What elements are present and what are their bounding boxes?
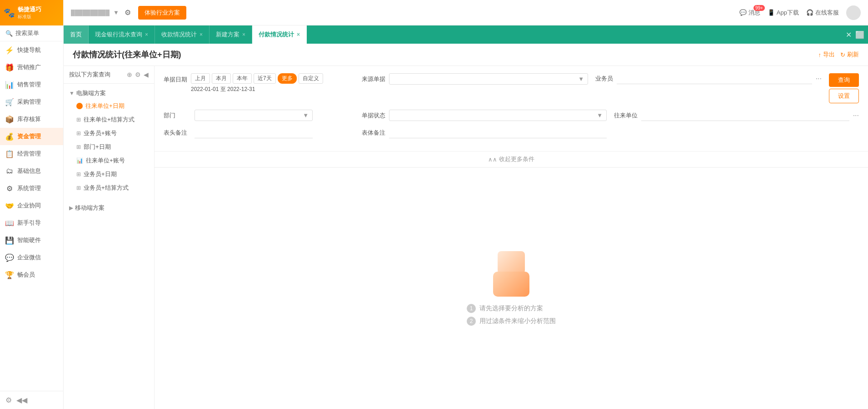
sidebar-item-purchase[interactable]: 🛒 采购管理 bbox=[0, 93, 63, 111]
nav-label: 快捷导航 bbox=[17, 46, 41, 54]
source-select[interactable]: ▼ bbox=[389, 73, 588, 85]
collapse-label: 收起更多条件 bbox=[499, 155, 534, 163]
date-btn-current-year[interactable]: 本年 bbox=[233, 73, 252, 84]
capital-label: 资金管理 bbox=[17, 132, 41, 141]
setting-button[interactable]: 设置 bbox=[829, 89, 859, 103]
partner-input[interactable] bbox=[641, 110, 849, 121]
tab-payment[interactable]: 付款情况统计 × bbox=[252, 25, 307, 44]
scheme-item-staff-settle[interactable]: ⊞ 业务员+结算方式 bbox=[64, 181, 154, 195]
scheme-item-staff-account-label: 业务员+账号 bbox=[84, 129, 117, 137]
message-icon: 💬 bbox=[739, 9, 747, 16]
sidebar-item-marketing[interactable]: 🎁 营销推广 bbox=[0, 59, 63, 76]
tab-collection-close[interactable]: × bbox=[200, 31, 203, 38]
tab-payment-close[interactable]: × bbox=[297, 31, 300, 38]
main-area: ██████████ ▼ ⚙ 体验行业方案 💬 消息 99+ 📱 App下载 🎧… bbox=[64, 0, 868, 409]
staff-input[interactable] bbox=[617, 73, 812, 84]
date-buttons-row: 上月 本月 本年 近7天 更多 自定义 bbox=[191, 73, 323, 84]
sidebar-footer: ⚙ ◀◀ bbox=[0, 391, 63, 409]
staff-dots-button[interactable]: ··· bbox=[816, 75, 822, 83]
dept-select[interactable]: ▼ bbox=[195, 110, 313, 121]
settings-footer-icon[interactable]: ⚙ bbox=[5, 396, 12, 404]
scheme-active-icon bbox=[76, 103, 83, 109]
message-button[interactable]: 💬 消息 99+ bbox=[739, 9, 760, 17]
mobile-scheme-section: ▶ 移动端方案 bbox=[64, 198, 154, 217]
sidebar-item-hardware[interactable]: 💾 智能硬件 bbox=[0, 232, 63, 249]
body-note-input[interactable] bbox=[389, 127, 607, 138]
search-label: 搜索菜单 bbox=[15, 29, 39, 37]
mobile-section-header[interactable]: ▶ 移动端方案 bbox=[64, 202, 154, 214]
service-button[interactable]: 🎧 在线客服 bbox=[806, 9, 839, 17]
tab-new-plan-label: 新建方案 bbox=[216, 30, 239, 39]
sidebar-item-wechat[interactable]: 💬 企业微信 bbox=[0, 249, 63, 266]
hardware-label: 智能硬件 bbox=[17, 236, 41, 244]
app-logo-icon: 🐾 bbox=[4, 7, 15, 18]
collapse-sidebar-icon[interactable]: ◀◀ bbox=[16, 396, 27, 404]
close-all-tabs-icon[interactable]: ✕ bbox=[846, 30, 852, 39]
empty-state: 1 请先选择要分析的方案 2 用过滤条件来缩小分析范围 bbox=[155, 168, 868, 409]
enterprise-label: 企业协同 bbox=[17, 202, 41, 210]
sidebar-item-member[interactable]: 🏆 畅会员 bbox=[0, 266, 63, 283]
topbar-dropdown-icon[interactable]: ▼ bbox=[113, 9, 119, 16]
sidebar-item-operations[interactable]: 📋 经营管理 bbox=[0, 145, 63, 162]
date-btn-last-month[interactable]: 上月 bbox=[191, 73, 210, 84]
date-btn-current-month[interactable]: 本月 bbox=[212, 73, 231, 84]
query-button[interactable]: 查询 bbox=[829, 73, 859, 87]
header-note-input[interactable] bbox=[195, 127, 313, 138]
tab-collection[interactable]: 收款情况统计 × bbox=[155, 25, 210, 44]
sidebar-item-sales[interactable]: 📊 销售管理 bbox=[0, 76, 63, 93]
purchase-icon: 🛒 bbox=[5, 98, 14, 106]
dept-filter-group: 部门 ▼ bbox=[164, 110, 354, 121]
scheme-item-staff-account[interactable]: ⊞ 业务员+账号 bbox=[64, 126, 154, 140]
operations-icon: 📋 bbox=[5, 150, 14, 158]
sidebar-item-inventory[interactable]: 📦 库存核算 bbox=[0, 111, 63, 128]
maximize-icon[interactable]: ⬜ bbox=[855, 30, 864, 39]
chart-icon-1: 📊 bbox=[76, 157, 83, 164]
scheme-item-staff-date[interactable]: ⊞ 业务员+日期 bbox=[64, 167, 154, 181]
filter-form: 单据日期 上月 本月 本年 近7天 更多 自定义 bbox=[155, 66, 868, 149]
scheme-item-unit-settle[interactable]: ⊞ 往来单位+结算方式 bbox=[64, 113, 154, 126]
scheme-item-dept-date[interactable]: ⊞ 部门+日期 bbox=[64, 140, 154, 154]
partner-dots-button[interactable]: ··· bbox=[853, 111, 859, 120]
tabbar-right: ✕ ⬜ bbox=[846, 30, 868, 39]
table-icon-3: ⊞ bbox=[76, 144, 81, 150]
refresh-button[interactable]: ↻ 刷新 bbox=[840, 50, 859, 59]
sidebar-item-system[interactable]: ⚙ 系统管理 bbox=[0, 180, 63, 197]
tab-cashflow-close[interactable]: × bbox=[145, 31, 148, 38]
date-btn-more[interactable]: 更多 bbox=[278, 73, 297, 84]
scheme-settings-button[interactable]: ⚙ bbox=[135, 71, 141, 78]
empty-steps: 1 请先选择要分析的方案 2 用过滤条件来缩小分析范围 bbox=[467, 304, 556, 326]
user-avatar[interactable] bbox=[846, 5, 861, 20]
status-select[interactable]: ▼ bbox=[389, 110, 607, 121]
sidebar-item-capital[interactable]: 💰 资金管理 bbox=[0, 128, 63, 145]
tab-new-plan-close[interactable]: × bbox=[242, 31, 245, 38]
tab-payment-label: 付款情况统计 bbox=[259, 30, 294, 39]
refresh-label: 刷新 bbox=[847, 50, 859, 59]
pc-section-header[interactable]: ▼ 电脑端方案 bbox=[64, 87, 154, 99]
step-2-number: 2 bbox=[467, 317, 476, 326]
refresh-icon: ↻ bbox=[840, 51, 845, 58]
sidebar-item-nav[interactable]: ⚡ 快捷导航 bbox=[0, 41, 63, 59]
sidebar-item-basic[interactable]: 🗂 基础信息 bbox=[0, 162, 63, 180]
scheme-collapse-button[interactable]: ◀ bbox=[144, 71, 149, 78]
export-button[interactable]: ↑ 导出 bbox=[818, 50, 835, 59]
sidebar-search[interactable]: 🔍 搜索菜单 bbox=[0, 25, 63, 41]
tab-cashflow[interactable]: 现金银行流水查询 × bbox=[89, 25, 155, 44]
sidebar-item-guide[interactable]: 📖 新手引导 bbox=[0, 214, 63, 232]
app-download-button[interactable]: 📱 App下载 bbox=[768, 9, 799, 17]
scheme-add-button[interactable]: ⊕ bbox=[127, 71, 132, 78]
tab-new-plan[interactable]: 新建方案 × bbox=[210, 25, 252, 44]
date-btn-custom[interactable]: 自定义 bbox=[299, 73, 323, 84]
topbar-gear-icon[interactable]: ⚙ bbox=[125, 8, 131, 17]
tab-home[interactable]: 首页 bbox=[64, 25, 89, 44]
date-btn-last-7days[interactable]: 近7天 bbox=[254, 73, 276, 84]
table-icon-2: ⊞ bbox=[76, 130, 81, 136]
status-select-arrow: ▼ bbox=[597, 112, 603, 119]
scheme-item-unit-date[interactable]: 往来单位+日期 bbox=[64, 99, 154, 113]
sidebar-item-enterprise[interactable]: 🤝 企业协同 bbox=[0, 197, 63, 214]
table-icon-4: ⊞ bbox=[76, 171, 81, 177]
tabbar: 首页 现金银行流水查询 × 收款情况统计 × 新建方案 × 付款情况统计 × ✕… bbox=[64, 25, 868, 44]
trial-button[interactable]: 体验行业方案 bbox=[138, 6, 186, 20]
scheme-item-unit-account[interactable]: 📊 往来单位+账号 bbox=[64, 154, 154, 167]
collapse-button[interactable]: ∧∧ 收起更多条件 bbox=[488, 155, 534, 163]
robot-head bbox=[498, 251, 525, 274]
